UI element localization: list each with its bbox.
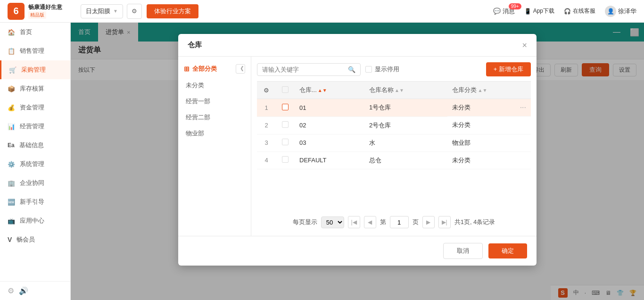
sales-icon: 📋 [8,48,15,55]
table-row[interactable]: 3 03 水 物业部 [257,134,531,151]
service-button[interactable]: 🎧 在线客服 [564,7,595,15]
avatar-icon: 👤 [605,6,616,17]
warehouse-dialog: 仓库 × ⊞ 全部分类 《 未分类 经营一部 经营二部 物业部 [178,34,537,266]
all-categories-label: 全部分类 [192,65,217,73]
sidebar-item-basic[interactable]: Ea 基础信息 [0,136,70,155]
logo-area: 6 畅康通好生意 精品版 [8,3,81,20]
last-page-btn[interactable]: ▶| [438,216,451,228]
finance-icon: 💰 [8,104,15,111]
table-row[interactable]: 1 01 1号仓库 未分类 ··· [257,99,531,117]
guide-icon: 🆕 [8,199,15,206]
cancel-button[interactable]: 取消 [443,243,483,259]
sidebar-item-system[interactable]: ⚙️ 系统管理 [0,155,70,174]
per-page-label: 每页显示 [293,218,317,226]
sidebar-item-apps[interactable]: 📺 应用中心 [0,211,70,230]
sidebar: 🏠 首页 📋 销售管理 🛒 采购管理 📦 库存核算 💰 资金管理 📊 经营管理 … [0,23,71,300]
app-label: App下载 [533,7,554,15]
row-checkbox[interactable] [282,121,289,128]
inventory-icon: 📦 [8,85,15,92]
sidebar-item-purchase[interactable]: 🛒 采购管理 [0,60,70,79]
category-sidebar: ⊞ 全部分类 《 未分类 经营一部 经营二部 物业部 [178,57,251,236]
main-content: 首页 进货单 × — ⬜ 进货单 按以下 印 导出 刷新 查询 设置 [71,23,644,300]
volume-icon[interactable]: 🔊 [19,286,28,295]
phone-icon: 📱 [524,8,531,15]
search-input[interactable] [262,66,348,73]
show-disabled-label: 显示停用 [375,65,399,74]
settings-bottom-icon[interactable]: ⚙ [8,286,14,295]
try-button[interactable]: 体验行业方案 [147,4,198,18]
table-area: 🔍 显示停用 + 新增仓库 ⚙ [251,57,537,236]
sidebar-item-home[interactable]: 🏠 首页 [0,23,70,42]
table-row[interactable]: 2 02 2号仓库 未分类 [257,117,531,134]
sidebar-item-finance[interactable]: 💰 资金管理 [0,98,70,117]
sidebar-item-sales[interactable]: 📋 销售管理 [0,42,70,60]
table-row[interactable]: 4 DEFAULT 总仓 未分类 [257,151,531,169]
enterprise-icon: 🏢 [8,180,15,187]
system-icon: ⚙️ [8,161,15,168]
sidebar-item-guide[interactable]: 🆕 新手引导 [0,192,70,211]
home-icon: 🏠 [8,29,15,36]
sidebar-item-member[interactable]: V 畅会员 [0,230,70,249]
warehouse-table: ⚙ 仓库...▲▼ 仓库名称▲▼ 仓库分类▲▼ [257,81,531,169]
confirm-button[interactable]: 确定 [488,243,527,258]
cat-item-unclassified[interactable]: 未分类 [178,77,251,93]
brand-badge: 精品版 [28,11,46,19]
more-dots[interactable]: ··· [520,103,526,112]
row-num: 4 [257,151,276,169]
grid-icon: ⊞ [184,65,190,73]
total-label: 共1页, 4条记录 [454,218,495,226]
search-box[interactable]: 🔍 [257,63,361,75]
message-button[interactable]: 💬 消息 99+ [493,7,515,16]
next-page-btn[interactable]: ▶ [422,216,435,228]
page-label: 页 [413,218,419,226]
store-name: 日太阳膜 [86,7,110,16]
gear-button[interactable]: ⚙ [127,4,142,19]
col-gear[interactable]: ⚙ [257,81,276,99]
logo-icon: 6 [8,3,25,20]
message-badge: 99+ [509,3,521,9]
first-page-btn[interactable]: |◀ [348,216,360,228]
cat-item-property[interactable]: 物业部 [178,125,251,142]
service-label: 在线客服 [573,7,595,15]
per-page-select[interactable]: 50 [321,216,344,228]
row-num: 3 [257,134,276,151]
page-label-pre: 第 [380,218,386,226]
sidebar-item-enterprise[interactable]: 🏢 企业协同 [0,174,70,192]
user-name: 徐泽华 [618,7,636,16]
row-checkbox[interactable] [282,156,289,163]
add-warehouse-button[interactable]: + 新增仓库 [486,62,531,76]
col-check[interactable] [276,81,295,99]
col-category: 仓库分类▲▼ [447,81,531,99]
row-num: 2 [257,117,276,134]
member-icon: V [8,236,12,243]
dialog-body: ⊞ 全部分类 《 未分类 经营一部 经营二部 物业部 🔍 [178,57,537,236]
row-checkbox[interactable] [282,139,289,145]
dialog-title: 仓库 [188,41,202,50]
pagination: 每页显示 50 |◀ ◀ 第 页 ▶ ▶| 共1页, 4条记录 [257,208,531,230]
row-checkbox[interactable] [282,104,289,110]
row-num: 1 [257,99,276,117]
close-icon[interactable]: × [522,41,527,49]
sidebar-item-operation[interactable]: 📊 经营管理 [0,117,70,136]
dialog-header: 仓库 × [178,34,537,57]
store-selector[interactable]: 日太阳膜 ▼ [81,4,123,18]
search-icon: 🔍 [348,66,355,73]
sidebar-item-inventory[interactable]: 📦 库存核算 [0,79,70,98]
page-input[interactable] [390,216,409,228]
table-toolbar: 🔍 显示停用 + 新增仓库 [257,62,531,76]
prev-page-btn[interactable]: ◀ [364,216,376,228]
all-categories-item[interactable]: ⊞ 全部分类 《 [178,60,251,77]
user-button[interactable]: 👤 徐泽华 [605,6,636,17]
collapse-icon[interactable]: 《 [236,64,245,74]
cat-item-dept2[interactable]: 经营二部 [178,109,251,125]
operation-icon: 📊 [8,123,15,130]
app-download-button[interactable]: 📱 App下载 [524,7,554,15]
chevron-down-icon: ▼ [113,8,118,14]
show-disabled-checkbox[interactable]: 显示停用 [365,65,399,74]
col-code: 仓库...▲▼ [295,81,364,99]
apps-icon: 📺 [8,217,15,225]
message-icon: 💬 [493,8,501,15]
cat-item-dept1[interactable]: 经营一部 [178,93,251,109]
disabled-checkbox[interactable] [365,66,372,73]
purchase-icon: 🛒 [9,67,17,74]
